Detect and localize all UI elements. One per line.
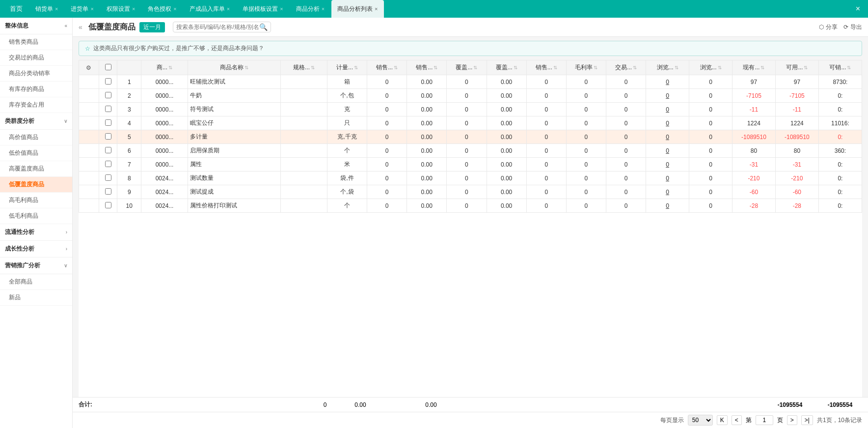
th-stock-avail[interactable]: 可用... ⇅ [775,60,818,75]
row-checkbox[interactable] [105,78,111,85]
page-next-button[interactable]: > [787,415,797,425]
th-gross-rate[interactable]: 毛利率 ⇅ [566,60,606,75]
th-sales-amt[interactable]: 销售... ⇅ [407,60,447,75]
nav-sales[interactable]: 销货单 × [29,0,64,18]
row-checkbox[interactable] [105,202,111,208]
nav-goods-analysis-list[interactable]: 商品分析列表 × [331,0,383,18]
cell-cb [99,144,117,158]
cell-stock-saleable: 0: [818,185,862,199]
nav-template-close[interactable]: × [280,6,283,12]
time-filter-button[interactable]: 近一月 [139,22,165,32]
search-icon[interactable]: 🔍 [259,23,268,31]
sidebar-item-stock-capital[interactable]: 库存资金占用 [0,97,72,113]
gear-icon[interactable]: ⚙ [86,64,91,71]
nav-sales-close[interactable]: × [55,6,58,12]
sidebar-item-low-value[interactable]: 低价值商品 [0,145,72,161]
nav-permissions-close[interactable]: × [132,6,135,12]
row-checkbox[interactable] [105,119,111,126]
cell-view-cnt[interactable]: 0 [646,103,689,116]
row-checkbox[interactable] [105,92,111,98]
cell-view-cnt[interactable]: 0 [646,130,689,144]
search-input[interactable] [176,24,259,30]
sidebar-item-category-rate[interactable]: 商品分类动销率 [0,66,72,82]
nav-template[interactable]: 单据模板设置 × [237,0,289,18]
export-button[interactable]: ⟳ 导出 [843,23,862,31]
nav-purchase-close[interactable]: × [90,6,93,12]
per-page-select[interactable]: 50 100 200 [688,415,713,426]
sidebar-item-sales-goods[interactable]: 销售类商品 [0,34,72,50]
cell-unit: 袋,件 [327,171,367,185]
share-button[interactable]: ⬡ 分享 [819,23,838,31]
current-page-input[interactable] [756,415,773,425]
cell-view-cnt[interactable]: 0 [646,116,689,130]
th-sales-qty[interactable]: 销售... ⇅ [367,60,407,75]
nav-purchase[interactable]: 进货单 × [65,0,99,18]
sidebar-item-high-coverage[interactable]: 高覆盖度商品 [0,161,72,177]
nav-goods-analysis-close[interactable]: × [322,6,325,12]
cell-view-cnt[interactable]: 0 [646,89,689,103]
cell-trade-cnt: 0 [606,158,646,171]
th-view-cnt1[interactable]: 浏览... ⇅ [646,60,689,75]
cell-view-cnt[interactable]: 0 [646,171,689,185]
row-checkbox[interactable] [105,174,111,181]
cell-cb [99,130,117,144]
row-checkbox[interactable] [105,188,111,195]
sidebar-section-overview[interactable]: 整体信息 « [0,18,72,34]
sidebar: 整体信息 « 销售类商品 交易过的商品 商品分类动销率 有库存的商品 库存资金占… [0,18,73,428]
th-trade-cnt[interactable]: 交易... ⇅ [606,60,646,75]
nav-role[interactable]: 角色授权 × [142,0,182,18]
nav-permissions[interactable]: 权限设置 × [101,0,141,18]
total-stock-avail: -1095554 [818,401,862,408]
sidebar-item-high-profit[interactable]: 高毛利商品 [0,193,72,208]
th-cover-qty[interactable]: 覆盖... ⇅ [447,60,487,75]
nav-role-close[interactable]: × [173,6,176,12]
sidebar-section-growth[interactable]: 成长性分析 › [0,241,72,257]
sidebar-item-in-stock[interactable]: 有库存的商品 [0,82,72,97]
th-code[interactable]: 商... ⇅ [141,60,188,75]
th-sales-days[interactable]: 销售... ⇅ [526,60,566,75]
page-last-button[interactable]: >| [801,415,813,425]
header-actions: ⬡ 分享 ⟳ 导出 [819,23,862,31]
sidebar-section-marketing[interactable]: 营销推广分析 ∨ [0,257,72,274]
row-checkbox[interactable] [105,147,111,153]
select-all-checkbox[interactable] [105,64,111,70]
row-checkbox[interactable] [105,133,111,140]
nav-close-all[interactable]: × [852,4,864,13]
th-gear[interactable]: ⚙ [79,60,99,75]
nav-goods-analysis[interactable]: 商品分析 × [290,0,330,18]
sidebar-item-new-goods[interactable]: 新品 [0,290,72,306]
cell-view-cnt[interactable]: 0 [646,144,689,158]
table-wrapper[interactable]: ⚙ 商... ⇅ [79,60,862,397]
cell-view-cnt[interactable]: 0 [646,185,689,199]
nav-production-close[interactable]: × [227,6,230,12]
nav-home[interactable]: 首页 [4,0,28,18]
th-stock-saleable[interactable]: 可销... ⇅ [818,60,862,75]
th-spec[interactable]: 规格... ⇅ [281,60,327,75]
nav-goods-analysis-list-close[interactable]: × [375,6,378,12]
row-checkbox[interactable] [105,161,111,167]
page-first-button[interactable]: K [717,415,728,425]
sidebar-item-traded-goods[interactable]: 交易过的商品 [0,50,72,66]
sidebar-item-high-value[interactable]: 高价值商品 [0,130,72,145]
total-label: 合计: [79,400,92,409]
sidebar-section-cluster[interactable]: 类群度分析 ∨ [0,113,72,130]
cell-view-cnt[interactable]: 0 [646,199,689,213]
sidebar-section-flow[interactable]: 流通性分析 › [0,224,72,241]
cell-cb [99,158,117,171]
cell-gross-rate: 0 [566,103,606,116]
nav-production[interactable]: 产成品入库单 × [184,0,236,18]
th-stock-cur[interactable]: 现有... ⇅ [732,60,776,75]
cell-view-cnt[interactable]: 0 [646,75,689,89]
th-unit[interactable]: 计量... ⇅ [327,60,367,75]
info-banner: ☆ 这类商品只有很少客户购买过，是推广不够，还是商品本身问题？ [79,41,862,56]
sidebar-collapse-button[interactable]: « [79,23,82,31]
row-checkbox[interactable] [105,106,111,112]
sidebar-item-all-goods[interactable]: 全部商品 [0,274,72,290]
th-name[interactable]: 商品名称 ⇅ [188,60,280,75]
th-view-cnt2[interactable]: 浏览... ⇅ [689,60,732,75]
cell-view-cnt[interactable]: 0 [646,158,689,171]
th-cover-rate[interactable]: 覆盖... ⇅ [487,60,526,75]
sidebar-item-low-profit[interactable]: 低毛利商品 [0,208,72,224]
sidebar-item-low-coverage[interactable]: 低覆盖度商品 [0,177,72,193]
page-prev-button[interactable]: < [732,415,742,425]
